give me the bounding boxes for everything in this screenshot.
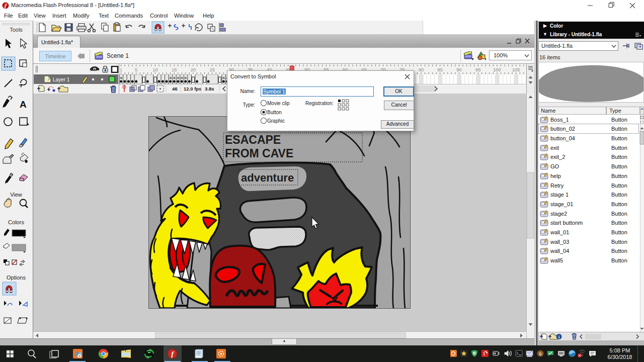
svg-text:FROM CAVE: FROM CAVE bbox=[225, 147, 293, 160]
svg-text:80: 80 bbox=[419, 67, 424, 72]
svg-text:a: a bbox=[222, 75, 225, 80]
svg-text:90: 90 bbox=[456, 67, 462, 72]
svg-text:6: 6 bbox=[539, 351, 541, 356]
svg-text:95: 95 bbox=[475, 67, 481, 72]
svg-text:a: a bbox=[185, 75, 187, 80]
svg-text:Layer 1: Layer 1 bbox=[53, 77, 70, 82]
svg-text:85: 85 bbox=[437, 67, 443, 72]
svg-text:a: a bbox=[181, 75, 183, 80]
svg-text:a: a bbox=[120, 75, 122, 80]
svg-text:adventure: adventure bbox=[241, 171, 294, 184]
svg-text:a: a bbox=[173, 75, 176, 80]
svg-text:25: 25 bbox=[209, 67, 215, 72]
svg-text:a: a bbox=[177, 75, 180, 80]
svg-text:ESACAPE: ESACAPE bbox=[225, 133, 281, 146]
svg-text:10: 10 bbox=[152, 67, 158, 72]
svg-text:5:08 PM: 5:08 PM bbox=[610, 347, 630, 353]
svg-text:1: 1 bbox=[120, 67, 122, 72]
svg-text:12.0 fps: 12.0 fps bbox=[184, 86, 201, 92]
svg-text:46: 46 bbox=[172, 86, 178, 92]
svg-text:5: 5 bbox=[135, 67, 137, 72]
svg-text:A: A bbox=[20, 99, 27, 110]
svg-text:105: 105 bbox=[512, 67, 520, 72]
svg-text:20: 20 bbox=[191, 67, 196, 72]
svg-text:6/30/2018: 6/30/2018 bbox=[608, 354, 632, 360]
svg-text:a: a bbox=[169, 75, 172, 80]
svg-text:100: 100 bbox=[493, 67, 501, 72]
svg-text:3.8s: 3.8s bbox=[205, 86, 214, 92]
svg-text:15: 15 bbox=[172, 67, 177, 72]
